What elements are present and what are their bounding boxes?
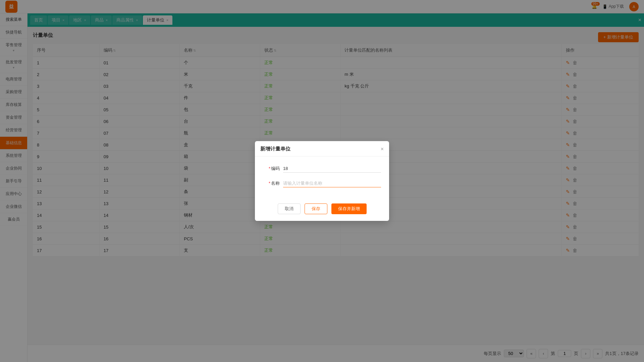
code-input[interactable] bbox=[283, 165, 381, 173]
form-label-code: 编码 bbox=[263, 166, 283, 172]
save-button[interactable]: 保存 bbox=[305, 203, 327, 214]
modal-body: 编码 名称 bbox=[255, 157, 389, 199]
form-item-code: 编码 bbox=[263, 165, 381, 173]
modal-close-icon[interactable]: × bbox=[381, 146, 384, 152]
modal-overlay: 新增计量单位 × 编码 名称 取消 保存 保存并新增 bbox=[0, 0, 644, 362]
name-input[interactable] bbox=[283, 179, 381, 187]
modal-footer: 取消 保存 保存并新增 bbox=[255, 199, 389, 221]
modal-header: 新增计量单位 × bbox=[255, 141, 389, 157]
save-and-new-button[interactable]: 保存并新增 bbox=[331, 203, 367, 214]
modal-title: 新增计量单位 bbox=[260, 146, 290, 152]
cancel-button[interactable]: 取消 bbox=[278, 203, 301, 214]
form-item-name: 名称 bbox=[263, 179, 381, 187]
add-measurement-unit-modal: 新增计量单位 × 编码 名称 取消 保存 保存并新增 bbox=[255, 141, 389, 221]
form-label-name: 名称 bbox=[263, 180, 283, 186]
